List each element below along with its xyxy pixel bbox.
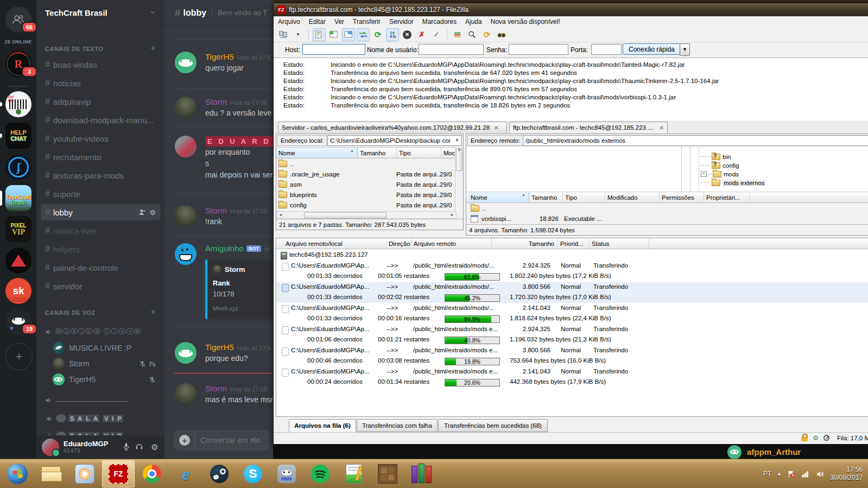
queue-column-tamanho[interactable]: Tamanho: [492, 238, 558, 249]
remote-file-row[interactable]: vorbisspi...18.826Executable ...: [471, 214, 851, 224]
taskbar-icon-explorer[interactable]: [35, 460, 67, 487]
cancel-icon[interactable]: ✕: [401, 28, 414, 41]
taskbar-icon-minecraft[interactable]: [371, 460, 404, 487]
remote-address-field[interactable]: /public_html/extraido/mods externos: [523, 135, 868, 146]
site-manager-dropdown[interactable]: ▼: [292, 28, 305, 41]
menu-servidor[interactable]: Servidor: [385, 17, 418, 27]
sidebar-channel-helpers[interactable]: #helpers: [41, 241, 160, 257]
queue-column-priorid-[interactable]: Priorid...: [558, 238, 590, 249]
refresh-dir-icon[interactable]: ⟳: [480, 28, 493, 41]
toggle-queue-icon[interactable]: [357, 28, 370, 41]
filter-icon[interactable]: [451, 28, 464, 41]
voice-channel-dashes[interactable]: —————————: [41, 392, 160, 408]
sidebar-channel-servidor[interactable]: #servidor: [41, 278, 160, 294]
column-header-tamanho[interactable]: Tamanho: [529, 192, 563, 202]
window-titlebar[interactable]: FZ ftp.techcraftbrasil.com - techc845@19…: [274, 3, 868, 16]
autotransfer-gear-icon[interactable]: ⚙: [813, 434, 819, 442]
sidebar-channel-painel-de-controle[interactable]: #painel-de-controle: [41, 259, 160, 276]
server-icon-helpchat[interactable]: HELPCHAT: [5, 123, 31, 149]
local-file-row[interactable]: .oracle_jre_usagePasta de arqui...29/0: [278, 169, 457, 179]
sidebar-channel-texturas-para-mods[interactable]: #texturas-para-mods: [41, 167, 160, 183]
lock-icon[interactable]: [801, 436, 808, 441]
host-input[interactable]: [302, 44, 365, 55]
voice-user-musica-livre-p[interactable]: MUSICA LIVRE :P: [53, 341, 159, 355]
column-header-tamanho[interactable]: Tamanho: [358, 148, 397, 158]
avatar[interactable]: [175, 97, 197, 118]
clock[interactable]: 17:56 30/08/2017: [830, 466, 863, 482]
taskbar-icon-spotify[interactable]: [304, 460, 337, 487]
queue-column-dire-o[interactable]: Direção: [387, 238, 411, 249]
remote-tree-item-bin[interactable]: ?bin: [701, 153, 731, 161]
language-indicator[interactable]: PT: [763, 470, 771, 478]
chevron-down-icon[interactable]: [149, 9, 156, 16]
author-name[interactable]: Storm: [205, 206, 227, 215]
tab-close-icon[interactable]: ✕: [494, 125, 498, 131]
local-file-row[interactable]: asmPasta de arqui...29/0: [278, 180, 457, 189]
author-name[interactable]: Storm: [205, 384, 227, 393]
add-voice-channel-button[interactable]: +: [150, 309, 155, 315]
channel-topic[interactable]: Bem vindo ao T: [218, 9, 267, 17]
sidebar-channel-musica-livre[interactable]: #musica-livre: [41, 223, 160, 239]
tab-close-icon[interactable]: ✕: [660, 125, 664, 131]
quickconnect-button[interactable]: Conexão rápida: [623, 43, 681, 55]
remote-tree-item-mods-externos[interactable]: mods externos: [701, 179, 765, 187]
avatar[interactable]: [175, 243, 197, 265]
port-input[interactable]: [591, 44, 622, 55]
column-header-propriet-ri-[interactable]: Proprietári...: [704, 192, 750, 202]
column-header-tipo[interactable]: Tipo: [563, 192, 605, 202]
refresh-icon[interactable]: ⟳: [371, 28, 384, 41]
queue-column-arquivo-remoto-local[interactable]: Arquivo remoto/local: [283, 238, 387, 249]
connection-tab[interactable]: Servidor - carlos_eduardovieiraoliveira%…: [278, 122, 507, 133]
menu-editar[interactable]: Editar: [305, 17, 330, 27]
remote-file-row[interactable]: ..: [471, 204, 851, 213]
sync-browse-icon[interactable]: [386, 28, 399, 41]
tree-expander-icon[interactable]: +: [701, 171, 707, 177]
sidebar-channel-recrutamento[interactable]: #recrutamento: [41, 149, 160, 165]
taskbar-icon-filezilla[interactable]: FZ: [102, 460, 135, 487]
sidebar-channel-suporte[interactable]: #suporte: [41, 186, 160, 202]
taskbar-icon-internet-explorer[interactable]: e: [169, 460, 202, 487]
invite-person-icon[interactable]: [138, 208, 146, 216]
local-file-row[interactable]: blueprintsPasta de arqui...29/0: [278, 190, 457, 200]
avatar[interactable]: [175, 342, 197, 364]
local-file-row[interactable]: configPasta de arqui...29/0: [278, 200, 457, 210]
taskbar-icon-chrome[interactable]: [136, 460, 168, 487]
column-header-nome[interactable]: Nome▲: [276, 148, 358, 158]
toggle-log-icon[interactable]: [313, 28, 326, 41]
tray-expand-icon[interactable]: ▲: [777, 471, 782, 477]
bottom-tab-queue[interactable]: Arquivos na fila (6): [289, 419, 356, 432]
sidebar-channel-download-modpack-manu-[interactable]: #download-modpack-manu...: [41, 112, 160, 128]
sidebar-channel-lobby[interactable]: #lobby⚙: [41, 204, 160, 220]
mention-author[interactable]: E D U A R D O M G: [205, 136, 273, 147]
message-input[interactable]: [199, 435, 261, 445]
column-header-moc[interactable]: Moc: [441, 148, 457, 158]
find-files-icon[interactable]: [495, 28, 508, 41]
server-icon-blue-f[interactable]: ʄ: [5, 154, 31, 180]
local-vertical-scrollbar[interactable]: ▼: [455, 147, 463, 212]
password-input[interactable]: [509, 44, 568, 55]
menu-transferir[interactable]: Transferir: [349, 17, 385, 27]
author-name[interactable]: TigerH5: [205, 52, 234, 61]
author-name[interactable]: Amiguinho: [205, 244, 244, 253]
channel-settings-gear-icon[interactable]: ⚙: [149, 208, 156, 217]
remote-tree-item-config[interactable]: ?config: [701, 161, 739, 169]
toggle-local-tree-icon[interactable]: [327, 28, 340, 41]
server-icon-sk[interactable]: sk: [5, 278, 31, 304]
connection-tab[interactable]: ftp.techcraftbrasil.com - techc845@192.1…: [509, 122, 668, 133]
search-icon[interactable]: [466, 28, 479, 41]
local-file-row[interactable]: ..: [278, 159, 457, 169]
voice-channel-musica-livre[interactable]: ⓜⓤⓢⓘⓒⓐ ⓛⓘⓥⓡⓔ: [41, 324, 160, 340]
taskbar-icon-winrar[interactable]: [405, 460, 438, 487]
server-header[interactable]: TechCraft Brasil: [36, 0, 164, 26]
site-manager-icon[interactable]: [277, 28, 290, 41]
settings-gear-icon[interactable]: ⚙: [148, 442, 161, 452]
local-address-combo[interactable]: C:\Users\EduardoMGP\Desktop\backup cor▼: [327, 135, 462, 146]
avatar[interactable]: [42, 439, 59, 456]
upload-plus-icon[interactable]: +: [179, 435, 190, 446]
author-name[interactable]: Storm: [205, 97, 227, 106]
headphones-icon[interactable]: [135, 442, 148, 452]
author-name[interactable]: TigerH5: [205, 343, 234, 352]
add-server-button[interactable]: +: [5, 343, 33, 370]
discord-notification[interactable]: afppm_Arthur: [727, 445, 868, 459]
taskbar-icon-start[interactable]: [1, 460, 34, 487]
